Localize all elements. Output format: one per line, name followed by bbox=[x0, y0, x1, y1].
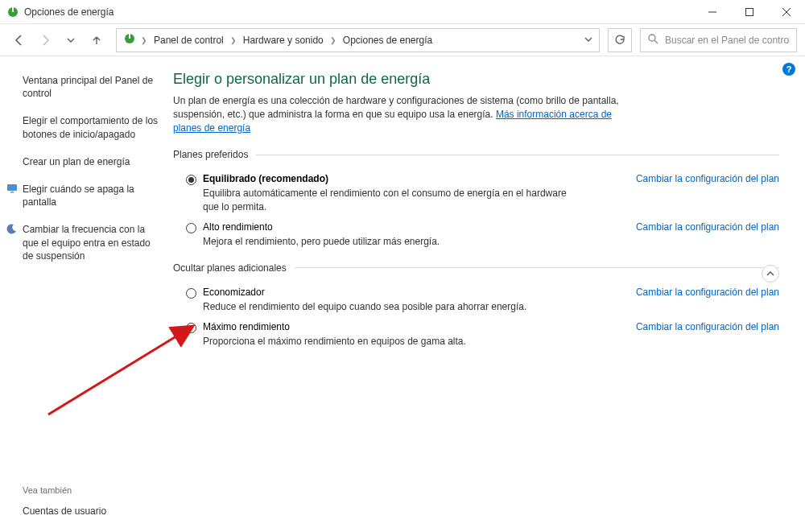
maximize-button[interactable] bbox=[731, 0, 768, 24]
app-icon bbox=[6, 6, 19, 19]
sidebar-item-label: Elegir cuándo se apaga la pantalla bbox=[23, 184, 134, 208]
search-input[interactable] bbox=[665, 35, 790, 46]
sidebar-item-sleep[interactable]: Cambiar la frecuencia con la que el equi… bbox=[23, 220, 159, 266]
plan-radio-high-performance[interactable] bbox=[186, 223, 196, 233]
sidebar-item-label: Elegir el comportamiento de los botones … bbox=[23, 115, 158, 139]
plan-name: Máximo rendimiento bbox=[203, 321, 290, 332]
sidebar-item-display-off[interactable]: Elegir cuándo se apaga la pantalla bbox=[23, 179, 159, 212]
plan-description: Mejora el rendimiento, pero puede utiliz… bbox=[203, 235, 573, 248]
svg-rect-1 bbox=[12, 7, 14, 12]
chevron-right-icon: ❯ bbox=[330, 36, 336, 44]
change-plan-settings-link[interactable]: Cambiar la configuración del plan bbox=[636, 287, 779, 298]
change-plan-settings-link[interactable]: Cambiar la configuración del plan bbox=[636, 221, 779, 233]
help-icon[interactable]: ? bbox=[782, 63, 795, 76]
breadcrumb[interactable]: Hardware y sonido bbox=[242, 33, 325, 47]
up-button[interactable] bbox=[85, 29, 108, 52]
plan-row: Equilibrado (recomendado) Cambiar la con… bbox=[173, 168, 779, 216]
sidebar-item-label: Ventana principal del Panel de control bbox=[23, 75, 153, 99]
svg-point-8 bbox=[649, 35, 655, 41]
moon-icon bbox=[6, 223, 18, 234]
navbar: ❯ Panel de control ❯ Hardware y sonido ❯… bbox=[0, 24, 805, 56]
search-icon bbox=[647, 33, 658, 47]
change-plan-settings-link[interactable]: Cambiar la configuración del plan bbox=[636, 321, 779, 332]
plan-name: Economizador bbox=[203, 287, 265, 298]
chevron-up-icon bbox=[766, 270, 774, 278]
sidebar-item-label: Cuentas de usuario bbox=[23, 505, 106, 517]
sidebar-item-user-accounts[interactable]: Cuentas de usuario bbox=[23, 501, 159, 521]
plan-row: Alto rendimiento Cambiar la configuració… bbox=[173, 217, 779, 251]
titlebar: Opciones de energía bbox=[0, 0, 805, 24]
plan-description: Proporciona el máximo rendimiento en equ… bbox=[203, 335, 573, 348]
plan-radio-ultimate-performance[interactable] bbox=[186, 323, 196, 333]
group-legend: Ocultar planes adicionales bbox=[173, 262, 295, 274]
window-title: Opciones de energía bbox=[24, 6, 694, 18]
additional-plans-group: Ocultar planes adicionales Economizador … bbox=[173, 262, 779, 356]
see-also-heading: Vea también bbox=[23, 485, 159, 495]
address-dropdown-icon[interactable] bbox=[584, 35, 592, 45]
recent-locations-button[interactable] bbox=[60, 29, 82, 52]
sidebar-item-home[interactable]: Ventana principal del Panel de control bbox=[23, 71, 159, 103]
svg-rect-10 bbox=[7, 184, 17, 191]
main-panel: Elegir o personalizar un plan de energía… bbox=[165, 56, 805, 532]
monitor-icon bbox=[6, 183, 18, 194]
page-title: Elegir o personalizar un plan de energía bbox=[173, 71, 779, 88]
chevron-right-icon: ❯ bbox=[230, 36, 237, 44]
plan-row: Máximo rendimiento Cambiar la configurac… bbox=[173, 316, 779, 351]
svg-line-9 bbox=[654, 40, 658, 43]
svg-rect-7 bbox=[129, 34, 130, 39]
sidebar-item-button-behavior[interactable]: Elegir el comportamiento de los botones … bbox=[23, 111, 159, 143]
breadcrumb[interactable]: Opciones de energía bbox=[341, 33, 434, 47]
plan-radio-balanced[interactable] bbox=[186, 175, 196, 185]
refresh-button[interactable] bbox=[608, 28, 632, 52]
preferred-plans-group: Planes preferidos Equilibrado (recomenda… bbox=[173, 149, 779, 256]
address-bar[interactable]: ❯ Panel de control ❯ Hardware y sonido ❯… bbox=[116, 28, 600, 52]
plan-description: Reduce el rendimiento del equipo cuando … bbox=[203, 300, 573, 313]
plan-name: Equilibrado (recomendado) bbox=[203, 173, 328, 184]
sidebar-item-create-plan[interactable]: Crear un plan de energía bbox=[23, 152, 159, 171]
svg-rect-3 bbox=[746, 8, 753, 15]
plan-description: Equilibra automáticamente el rendimiento… bbox=[203, 187, 573, 212]
svg-rect-11 bbox=[10, 192, 14, 193]
forward-button[interactable] bbox=[34, 29, 56, 52]
close-button[interactable] bbox=[768, 0, 805, 24]
sidebar: Ventana principal del Panel de control E… bbox=[0, 56, 165, 532]
content-area: ? Ventana principal del Panel de control… bbox=[0, 56, 805, 532]
minimize-button[interactable] bbox=[694, 0, 731, 24]
back-button[interactable] bbox=[8, 29, 31, 52]
page-description: Un plan de energía es una colección de h… bbox=[173, 94, 624, 134]
search-box[interactable] bbox=[640, 28, 797, 52]
change-plan-settings-link[interactable]: Cambiar la configuración del plan bbox=[636, 173, 779, 184]
plan-row: Economizador Cambiar la configuración de… bbox=[173, 282, 779, 316]
breadcrumb[interactable]: Panel de control bbox=[152, 33, 225, 47]
sidebar-item-label: Cambiar la frecuencia con la que el equi… bbox=[23, 224, 151, 261]
plan-name: Alto rendimiento bbox=[203, 221, 273, 233]
address-icon bbox=[123, 32, 136, 47]
collapse-toggle-button[interactable] bbox=[762, 265, 779, 282]
group-legend: Planes preferidos bbox=[173, 149, 256, 160]
chevron-right-icon: ❯ bbox=[141, 36, 147, 44]
sidebar-item-label: Crear un plan de energía bbox=[23, 156, 130, 167]
plan-radio-power-saver[interactable] bbox=[186, 288, 196, 299]
